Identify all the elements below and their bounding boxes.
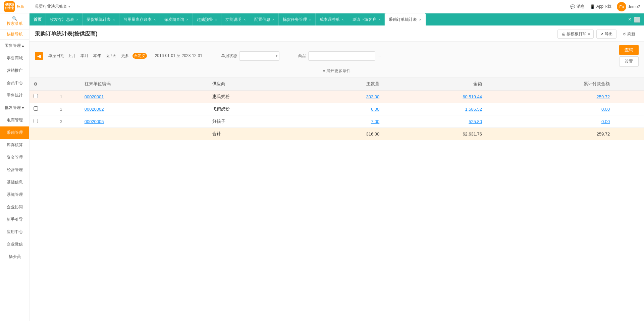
- tab-requisition-summary[interactable]: 要货单统计表 ×: [83, 13, 119, 25]
- sidebar-item-retail-shop[interactable]: 零售商城: [0, 52, 29, 64]
- table-footer-row: 合计 316.00 62,631.76 259.72: [30, 128, 644, 140]
- tab-config-close-icon[interactable]: ×: [272, 17, 274, 21]
- tab-picking-task[interactable]: 拣货任务管理 ×: [279, 13, 315, 25]
- tab-receive-send[interactable]: 收发存汇总表 ×: [46, 13, 83, 25]
- tab-expiry-close-icon[interactable]: ×: [186, 17, 188, 21]
- row-checkbox-cell[interactable]: [30, 103, 42, 115]
- workspace-selector[interactable]: 母婴行业演示账套 ▾: [35, 4, 566, 9]
- sidebar-item-purchase[interactable]: 采购管理: [0, 126, 29, 139]
- sidebar-basicinfo-label: 基础信息: [7, 180, 23, 184]
- print-button[interactable]: 🖨 按模板打印 ▾: [557, 30, 594, 39]
- sidebar-item-wholesale[interactable]: 批发管理 ▼: [0, 102, 29, 114]
- tab-close-all-icon[interactable]: ×: [628, 16, 632, 23]
- row-checkbox[interactable]: [34, 94, 38, 98]
- tab-purchase-summary-close-icon[interactable]: ×: [419, 17, 421, 21]
- amount-link[interactable]: 60,519.44: [463, 94, 482, 99]
- tab-home[interactable]: 首页: [30, 13, 46, 25]
- paid-link[interactable]: 0.00: [601, 107, 610, 112]
- sidebar-item-enterprise[interactable]: 企业协同: [0, 201, 29, 213]
- row-supplier-code: 00020002: [80, 103, 208, 115]
- sidebar-item-quick-nav[interactable]: 快捷导航: [0, 30, 29, 40]
- avatar-initials: Ea: [620, 5, 624, 9]
- sidebar-item-vip[interactable]: 畅会员: [0, 251, 29, 263]
- tab-function-desc[interactable]: 功能说明 ×: [221, 13, 250, 25]
- tab-config-info[interactable]: 配置信息 ×: [250, 13, 279, 25]
- shortcut-last-month[interactable]: 上月: [66, 53, 77, 59]
- paid-link[interactable]: 0.00: [601, 119, 610, 124]
- sidebar-item-app-center[interactable]: 应用中心: [0, 226, 29, 238]
- sidebar-item-retail-stats[interactable]: 零售统计: [0, 89, 29, 102]
- tab-expiry-query[interactable]: 保质期查询 ×: [160, 13, 193, 25]
- tab-overstock-warning[interactable]: 超储预警 ×: [193, 13, 221, 25]
- tab-invite-close-icon[interactable]: ×: [378, 17, 380, 21]
- row-checkbox[interactable]: [34, 119, 38, 123]
- tab-purchase-summary[interactable]: 采购订单统计表 ×: [385, 13, 425, 25]
- supplier-code-link[interactable]: 00020001: [85, 94, 104, 99]
- query-button[interactable]: 查询: [619, 45, 639, 55]
- tab-expand-icon[interactable]: ⬜: [633, 16, 641, 23]
- paid-link[interactable]: 259.72: [596, 94, 610, 99]
- sidebar-item-system[interactable]: 系统管理: [0, 189, 29, 201]
- filter-settings-button[interactable]: 设置: [619, 56, 639, 67]
- sidebar-item-marketing[interactable]: 营销推广: [0, 64, 29, 77]
- user-profile[interactable]: Ea demo2: [617, 2, 640, 11]
- tab-cost-close-icon[interactable]: ×: [342, 17, 344, 21]
- shortcut-this-month[interactable]: 本月: [79, 53, 90, 59]
- table-col-settings[interactable]: ⚙: [30, 77, 42, 91]
- shortcut-7days[interactable]: 近7天: [105, 53, 118, 59]
- tab-bar-end: × ⬜: [628, 16, 644, 23]
- table-header: ⚙ 往来单位编码 供应商 主数量 金额 累计付款金额: [30, 77, 644, 91]
- row-no: 2: [42, 103, 80, 115]
- sidebar-item-wechat[interactable]: 企业微信: [0, 238, 29, 251]
- export-button[interactable]: ↗ 导出: [596, 30, 616, 39]
- tab-receive-send-close-icon[interactable]: ×: [76, 17, 78, 21]
- sidebar-item-new-guide[interactable]: 新手引导: [0, 213, 29, 226]
- table-col-amount: 金额: [383, 77, 486, 91]
- sidebar-item-operations[interactable]: 经营管理: [0, 164, 29, 176]
- custom-date-badge[interactable]: 自定义: [132, 53, 147, 59]
- sidebar-item-member[interactable]: 会员中心: [0, 77, 29, 89]
- sidebar-item-search[interactable]: 🔍 搜索菜单: [0, 13, 29, 30]
- tab-invite-downstream[interactable]: 邀请下游客户 ×: [348, 13, 385, 25]
- footer-empty-2: [42, 128, 80, 140]
- sidebar-enterprise-label: 企业协同: [7, 205, 23, 209]
- sidebar-item-inventory[interactable]: 库存核算: [0, 139, 29, 151]
- supplier-code-link[interactable]: 00020005: [85, 119, 104, 124]
- app-download-button[interactable]: 📱 App下载: [590, 4, 611, 9]
- message-button[interactable]: 💬 消息: [570, 4, 585, 9]
- tab-picking-close-icon[interactable]: ×: [309, 17, 311, 21]
- expand-more-filters-button[interactable]: ▾ 展开更多条件: [35, 68, 639, 74]
- sidebar-item-ecommerce[interactable]: 电商管理: [0, 114, 29, 126]
- qty-link[interactable]: 7.00: [371, 119, 379, 124]
- row-paid: 0.00: [486, 103, 614, 115]
- amount-link[interactable]: 525.80: [469, 119, 482, 124]
- amount-link[interactable]: 1,586.52: [465, 107, 482, 112]
- row-checkbox-cell[interactable]: [30, 115, 42, 128]
- shortcut-more[interactable]: 更多: [120, 53, 130, 59]
- tab-function-close-icon[interactable]: ×: [244, 17, 246, 21]
- tab-cost-adjust[interactable]: 成本调整单 ×: [316, 13, 348, 25]
- sidebar-item-basic-info[interactable]: 基础信息: [0, 176, 29, 189]
- print-label: 按模板打印: [567, 31, 587, 37]
- filter-status-select-wrapper: [239, 51, 279, 61]
- shortcut-this-year[interactable]: 本年: [92, 53, 103, 59]
- supplier-code-link[interactable]: 00020002: [85, 107, 104, 112]
- row-amount: 60,519.44: [383, 91, 486, 103]
- qty-link[interactable]: 303.00: [366, 94, 379, 99]
- sidebar-system-label: 系统管理: [7, 192, 23, 197]
- filter-toggle-button[interactable]: ◀: [35, 52, 43, 60]
- sidebar-item-retail[interactable]: 零售管理 ▲: [0, 40, 29, 52]
- sidebar-item-capital[interactable]: 资金管理: [0, 151, 29, 164]
- tab-requisition-close-icon[interactable]: ×: [113, 17, 115, 21]
- goods-more-icon[interactable]: ···: [377, 54, 381, 58]
- tab-available-stock[interactable]: 可用量库存账本 ×: [119, 13, 160, 25]
- row-checkbox-cell[interactable]: [30, 91, 42, 103]
- refresh-button[interactable]: ↺ 刷新: [619, 30, 639, 38]
- qty-link[interactable]: 6.00: [371, 107, 379, 112]
- tab-available-stock-close-icon[interactable]: ×: [154, 17, 156, 21]
- tab-home-label: 首页: [34, 17, 42, 22]
- row-checkbox[interactable]: [34, 106, 38, 111]
- filter-status-select[interactable]: [239, 51, 279, 61]
- tab-overstock-close-icon[interactable]: ×: [215, 17, 217, 21]
- filter-goods-input[interactable]: [308, 51, 375, 61]
